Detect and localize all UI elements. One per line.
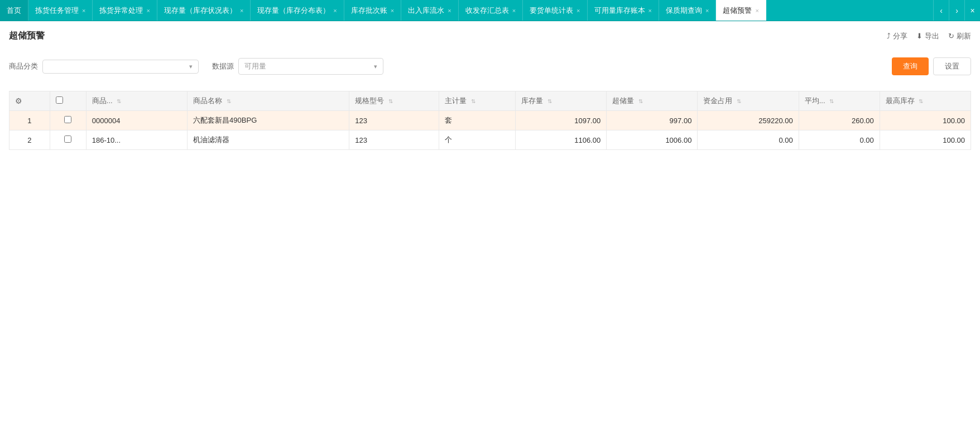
avg-price: 0.00 [799, 130, 880, 150]
chevron-down-icon: ▾ [189, 63, 193, 70]
export-button[interactable]: ⬇ 导出 [916, 31, 939, 41]
category-filter: 商品分类 ▾ [9, 60, 199, 74]
page-title: 超储预警 [9, 30, 45, 42]
header-actions: ⤴ 分享 ⬇ 导出 ↻ 刷新 [887, 31, 971, 41]
page-header: 超储预警 ⤴ 分享 ⬇ 导出 ↻ 刷新 [9, 30, 971, 42]
datasource-value: 可用量 [244, 61, 266, 71]
share-icon: ⤴ [887, 32, 891, 40]
close-icon[interactable]: × [146, 7, 150, 14]
nav-item-available[interactable]: 可用量库存账本 × [588, 0, 659, 21]
stock-qty: 1106.00 [516, 130, 607, 150]
nav-item-batch[interactable]: 库存批次账 × [344, 0, 401, 21]
sort-icon: ⇅ [919, 98, 923, 104]
sort-icon: ⇅ [737, 98, 741, 104]
row-checkbox-cell[interactable] [50, 130, 86, 150]
th-gear[interactable]: ⚙ [9, 91, 50, 111]
stock-qty: 1097.00 [516, 111, 607, 130]
th-stock[interactable]: 库存量 ⇅ [516, 91, 607, 111]
max-stock: 100.00 [880, 130, 971, 150]
nav-arrows: ‹ › × [933, 0, 980, 21]
sort-icon: ⇅ [388, 98, 393, 104]
query-button[interactable]: 查询 [892, 57, 929, 75]
th-checkbox[interactable] [50, 91, 86, 111]
overstock-qty: 997.00 [607, 111, 698, 130]
category-select[interactable]: ▾ [42, 60, 199, 74]
nav-item-expiry[interactable]: 保质期查询 × [659, 0, 716, 21]
share-button[interactable]: ⤴ 分享 [887, 31, 907, 41]
filter-row: 商品分类 ▾ 数据源 可用量 ▾ 查询 设置 [9, 51, 971, 82]
nav-next-button[interactable]: › [949, 0, 964, 21]
close-icon[interactable]: × [448, 7, 451, 14]
th-unit[interactable]: 主计量 ⇅ [439, 91, 515, 111]
row-number: 2 [9, 130, 50, 150]
avg-price: 260.00 [799, 111, 880, 130]
table-row: 2 186-10... 机油滤清器 123 个 1106.00 1006.00 … [9, 130, 971, 150]
product-name: 机油滤清器 [188, 130, 349, 150]
close-icon[interactable]: × [333, 7, 337, 14]
close-icon[interactable]: × [755, 7, 758, 14]
nav-item-exception[interactable]: 拣货异常处理 × [93, 0, 157, 21]
max-stock: 100.00 [880, 111, 971, 130]
row-checkbox[interactable] [64, 135, 71, 143]
nav-item-summary[interactable]: 收发存汇总表 × [459, 0, 523, 21]
sort-icon: ⇅ [471, 98, 475, 104]
datasource-label: 数据源 [212, 61, 234, 71]
close-icon[interactable]: × [577, 7, 580, 14]
nav-prev-button[interactable]: ‹ [933, 0, 949, 21]
product-unit: 套 [439, 111, 515, 130]
close-icon[interactable]: × [240, 7, 243, 14]
close-icon[interactable]: × [82, 7, 85, 14]
th-maxstock[interactable]: 最高库存 ⇅ [880, 91, 971, 111]
nav-item-overstock[interactable]: 超储预警 × [716, 0, 766, 21]
sort-icon: ⇅ [227, 98, 231, 104]
overstock-qty: 1006.00 [607, 130, 698, 150]
th-spec[interactable]: 规格型号 ⇅ [349, 91, 439, 111]
product-spec: 123 [349, 130, 439, 150]
nav-item-stock-status[interactable]: 现存量（库存状况表） × [157, 0, 251, 21]
nav-item-flow[interactable]: 出入库流水 × [401, 0, 458, 21]
close-icon[interactable]: × [705, 7, 709, 14]
th-overstock[interactable]: 超储量 ⇅ [607, 91, 698, 111]
capital-amount: 259220.00 [698, 111, 799, 130]
th-avg[interactable]: 平均... ⇅ [799, 91, 880, 111]
refresh-button[interactable]: ↻ 刷新 [948, 31, 971, 41]
nav-item-home[interactable]: 首页 [0, 0, 28, 21]
close-icon[interactable]: × [391, 7, 394, 14]
data-table: ⚙ 商品... ⇅ 商品名称 ⇅ 规格型号 ⇅ 主计量 [9, 91, 971, 150]
category-label: 商品分类 [9, 61, 38, 71]
filter-buttons: 查询 设置 [892, 57, 971, 75]
chevron-down-icon: ▾ [374, 63, 377, 70]
product-code: 186-10... [86, 130, 187, 150]
nav-item-order-stat[interactable]: 要货单统计表 × [523, 0, 587, 21]
th-capital[interactable]: 资金占用 ⇅ [698, 91, 799, 111]
refresh-icon: ↻ [948, 32, 954, 40]
product-spec: 123 [349, 111, 439, 130]
select-all-checkbox[interactable] [56, 96, 63, 104]
top-nav: 首页 拣货任务管理 × 拣货异常处理 × 现存量（库存状况表） × 现存量（库存… [0, 0, 980, 21]
table-row: 1 0000004 六配套新昌490BPG 123 套 1097.00 997.… [9, 111, 971, 130]
settings-button[interactable]: 设置 [933, 57, 971, 75]
capital-amount: 0.00 [698, 130, 799, 150]
row-checkbox-cell[interactable] [50, 111, 86, 130]
sort-icon: ⇅ [829, 98, 834, 104]
row-checkbox[interactable] [64, 116, 71, 123]
datasource-select[interactable]: 可用量 ▾ [238, 58, 383, 75]
sort-icon: ⇅ [117, 98, 121, 104]
close-icon[interactable]: × [648, 7, 652, 14]
page-container: 超储预警 ⤴ 分享 ⬇ 导出 ↻ 刷新 商品分类 ▾ 数据源 [0, 21, 980, 446]
gear-icon[interactable]: ⚙ [15, 96, 22, 105]
nav-close-button[interactable]: × [964, 0, 980, 21]
product-name: 六配套新昌490BPG [188, 111, 349, 130]
export-icon: ⬇ [916, 32, 923, 40]
close-icon[interactable]: × [512, 7, 516, 14]
product-code: 0000004 [86, 111, 187, 130]
sort-icon: ⇅ [638, 98, 643, 104]
nav-item-task[interactable]: 拣货任务管理 × [28, 0, 93, 21]
th-code[interactable]: 商品... ⇅ [86, 91, 187, 111]
datasource-filter: 数据源 可用量 ▾ [212, 58, 383, 75]
table-header-row: ⚙ 商品... ⇅ 商品名称 ⇅ 规格型号 ⇅ 主计量 [9, 91, 971, 111]
th-name[interactable]: 商品名称 ⇅ [188, 91, 349, 111]
sort-icon: ⇅ [547, 98, 552, 104]
nav-item-stock-dist[interactable]: 现存量（库存分布表） × [251, 0, 344, 21]
product-unit: 个 [439, 130, 515, 150]
